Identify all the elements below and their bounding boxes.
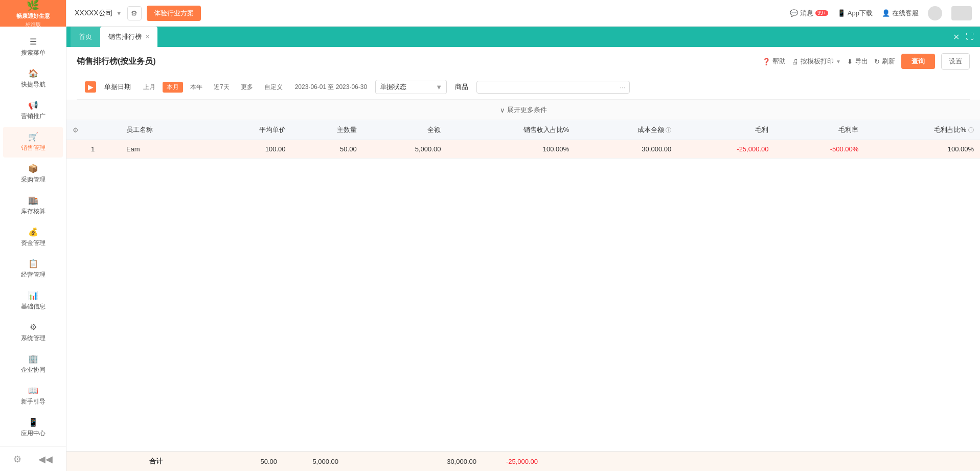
table-header-row: ⚙ 员工名称 平均单价 主数量 全额 销售收入占比% 成本全额 ⓘ 毛利 毛利率… <box>66 120 980 140</box>
goods-filter-input[interactable]: ··· <box>476 81 630 94</box>
th-gear[interactable]: ⚙ <box>66 120 85 140</box>
sidebar-item-operation[interactable]: 📋 经营管理 <box>3 254 63 284</box>
sidebar-item-label: 采购管理 <box>21 175 45 184</box>
sidebar-item-app-center[interactable]: 📱 应用中心 <box>3 412 63 443</box>
sidebar-item-label: 库存核算 <box>21 207 45 216</box>
page-title-row: 销售排行榜(按业务员) ❓ 帮助 🖨 按模板打印 ▼ ⬇ 导出 <box>77 53 970 70</box>
message-action[interactable]: 💬 消息 99+ <box>790 9 828 18</box>
expand-more-button[interactable]: ∨ 展开更多条件 <box>494 103 553 117</box>
gear-icon: ⚙ <box>131 9 138 17</box>
td-gear <box>66 140 85 159</box>
th-gross: 毛利 <box>677 120 774 140</box>
query-button[interactable]: 查询 <box>901 54 935 69</box>
footer-cells: 合计 50.00 5,000.00 30,000.00 -25,000.00 <box>149 457 974 466</box>
th-quantity: 主数量 <box>292 120 363 140</box>
sidebar-item-finance[interactable]: 💰 资金管理 <box>3 222 63 253</box>
tab-sales-ranking[interactable]: 销售排行榜 × <box>100 27 157 47</box>
sidebar-item-label: 基础信息 <box>21 302 45 311</box>
sidebar-item-newbie[interactable]: 📖 新手引导 <box>3 380 63 411</box>
td-gross-ratio: 100.00% <box>864 140 980 159</box>
footer-total-label: 合计 <box>149 457 163 466</box>
footer-gross: -25,000.00 <box>476 458 538 465</box>
sidebar-item-sales[interactable]: 🛒 销售管理 <box>3 127 63 158</box>
filter-row: ▶ 单据日期 上月 本月 本年 近7天 更多 自定义 2023-06-01 至 … <box>77 75 970 100</box>
logo-text: 畅康通好生意 <box>16 12 50 20</box>
page-content: 销售排行榜(按业务员) ❓ 帮助 🖨 按模板打印 ▼ ⬇ 导出 <box>66 47 980 471</box>
sidebar-item-marketing[interactable]: 📢 营销推广 <box>3 95 63 126</box>
system-icon: ⚙ <box>30 322 37 332</box>
td-cost: 30,000.00 <box>575 140 677 159</box>
newbie-icon: 📖 <box>28 386 38 395</box>
date-opt-7days[interactable]: 近7天 <box>210 82 234 93</box>
user-avatar[interactable] <box>928 6 942 20</box>
tab-close-window-icon[interactable]: ✕ <box>953 32 960 42</box>
page-actions: ❓ 帮助 🖨 按模板打印 ▼ ⬇ 导出 ↻ 刷新 <box>762 53 970 70</box>
sidebar-item-quick-nav[interactable]: 🏠 快捷导航 <box>3 63 63 94</box>
app-download-label: App下载 <box>848 9 873 18</box>
collapse-icon[interactable]: ◀◀ <box>38 454 53 465</box>
logo-sub: 标准版 <box>26 21 41 28</box>
online-service-action[interactable]: 👤 在线客服 <box>882 9 919 18</box>
main-content: XXXXX公司 ▼ ⚙ 体验行业方案 💬 消息 99+ 📱 App下载 👤 在线… <box>66 0 980 471</box>
filter-expand-button[interactable]: ▶ <box>85 81 96 93</box>
sidebar-bottom: ⚙ ◀◀ <box>0 446 66 471</box>
status-filter[interactable]: 单据状态 ▼ <box>375 80 447 94</box>
expand-icon: ∨ <box>500 106 505 114</box>
settings-button[interactable]: 设置 <box>941 53 970 70</box>
cost-info-icon[interactable]: ⓘ <box>666 127 671 133</box>
table-container: ⚙ 员工名称 平均单价 主数量 全额 销售收入占比% 成本全额 ⓘ 毛利 毛利率… <box>66 120 980 451</box>
sidebar-item-label: 应用中心 <box>21 429 45 438</box>
sidebar-item-label: 快捷导航 <box>21 80 45 89</box>
refresh-button[interactable]: ↻ 刷新 <box>874 57 895 66</box>
th-name: 员工名称 <box>120 120 206 140</box>
sidebar-item-purchase[interactable]: 📦 采购管理 <box>3 159 63 189</box>
sidebar-item-basic-info[interactable]: 📊 基础信息 <box>3 285 63 316</box>
tab-home[interactable]: 首页 <box>71 27 100 47</box>
status-filter-label: 单据状态 <box>380 82 406 92</box>
date-opt-custom[interactable]: 自定义 <box>260 82 287 93</box>
page-title: 销售排行榜(按业务员) <box>77 56 156 67</box>
sidebar-item-search-order[interactable]: ☰ 搜索菜单 <box>3 32 63 62</box>
logo-icon: 🌿 <box>27 0 39 11</box>
date-opt-this-month[interactable]: 本月 <box>163 82 183 93</box>
th-gross-ratio: 毛利占比% ⓘ <box>864 120 980 140</box>
sidebar-item-enterprise[interactable]: 🏢 企业协同 <box>3 349 63 379</box>
data-table: ⚙ 员工名称 平均单价 主数量 全额 销售收入占比% 成本全额 ⓘ 毛利 毛利率… <box>66 120 980 159</box>
tab-close-icon[interactable]: × <box>146 33 149 40</box>
footer-amount: 5,000.00 <box>277 458 338 465</box>
export-button[interactable]: ⬇ 导出 <box>847 57 868 66</box>
td-sales-ratio: 100.00% <box>447 140 575 159</box>
sidebar-item-system[interactable]: ⚙ 系统管理 <box>3 317 63 348</box>
date-opt-this-year[interactable]: 本年 <box>186 82 207 93</box>
sidebar-item-label: 企业协同 <box>21 366 45 374</box>
sidebar-item-label: 经营管理 <box>21 271 45 279</box>
sidebar-nav: ☰ 搜索菜单 🏠 快捷导航 📢 营销推广 🛒 销售管理 📦 采购管理 🏬 库存核… <box>0 27 66 446</box>
help-button[interactable]: ❓ 帮助 <box>762 57 786 66</box>
tab-expand-icon[interactable]: ⛶ <box>966 32 974 41</box>
message-icon: 💬 <box>790 9 798 17</box>
app-download-action[interactable]: 📱 App下载 <box>837 9 873 18</box>
date-opt-more[interactable]: 更多 <box>237 82 257 93</box>
date-options: 上月 本月 本年 近7天 更多 自定义 <box>139 82 287 93</box>
sidebar-item-label: 新手引导 <box>21 397 45 406</box>
company-name: XXXXX公司 <box>75 9 113 18</box>
date-opt-last-month[interactable]: 上月 <box>139 82 159 93</box>
gross-ratio-info-icon[interactable]: ⓘ <box>968 127 974 133</box>
th-avg-price: 平均单价 <box>206 120 292 140</box>
topbar-gear-button[interactable]: ⚙ <box>127 6 142 20</box>
status-filter-arrow-icon: ▼ <box>436 83 442 91</box>
online-service-label: 在线客服 <box>892 9 919 18</box>
expand-more-label: 展开更多条件 <box>507 105 547 115</box>
date-filter-label: 单据日期 <box>104 82 131 92</box>
message-badge: 99+ <box>815 10 828 16</box>
operation-icon: 📋 <box>28 259 38 268</box>
trial-button[interactable]: 体验行业方案 <box>147 6 201 21</box>
company-selector[interactable]: XXXXX公司 ▼ <box>75 9 122 18</box>
td-rank: 1 <box>85 140 120 159</box>
finance-icon: 💰 <box>28 227 38 237</box>
settings-bottom-icon[interactable]: ⚙ <box>13 454 21 465</box>
sidebar-item-inventory[interactable]: 🏬 库存核算 <box>3 190 63 221</box>
table-footer: 合计 50.00 5,000.00 30,000.00 -25,000.00 <box>66 451 980 471</box>
template-print-button[interactable]: 🖨 按模板打印 ▼ <box>792 57 841 66</box>
tabbar: 首页 销售排行榜 × ✕ ⛶ <box>66 27 980 47</box>
